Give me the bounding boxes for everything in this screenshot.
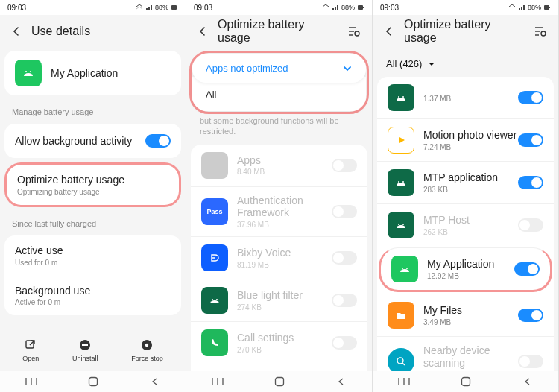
optimize-toggle[interactable] — [514, 262, 540, 276]
bottom-bar: Open Uninstall Force stop — [0, 331, 186, 370]
svg-rect-18 — [337, 5, 338, 10]
nav-bar — [0, 371, 186, 392]
app-row[interactable]: PassAuthentication Framework37.96 MB — [191, 186, 367, 237]
svg-rect-9 — [82, 344, 88, 346]
svg-point-44 — [398, 96, 399, 98]
app-row[interactable]: Motion photo viewer7.24 MB — [377, 118, 554, 161]
status-bar: 09:03 88% — [186, 0, 372, 15]
optimize-toggle[interactable] — [332, 159, 357, 172]
app-row[interactable]: My Files3.49 MB — [377, 294, 554, 336]
nav-back[interactable] — [521, 376, 534, 387]
app-row[interactable]: 1.37 MB — [377, 77, 554, 118]
svg-point-6 — [30, 71, 31, 72]
app-row[interactable]: MTP Host262 KB — [377, 203, 554, 246]
optimize-toggle[interactable] — [332, 205, 357, 218]
app-size: 283 KB — [423, 186, 518, 194]
open-button[interactable]: Open — [22, 338, 39, 362]
app-name: MTP Host — [423, 214, 518, 227]
uninstall-button[interactable]: Uninstall — [72, 338, 98, 362]
svg-point-50 — [402, 224, 404, 225]
optimize-toggle[interactable] — [332, 294, 357, 307]
svg-rect-1 — [148, 7, 150, 10]
app-icon: Pass — [201, 198, 228, 225]
svg-rect-0 — [146, 8, 148, 10]
status-bar: 09:03 88% — [0, 0, 186, 15]
svg-rect-34 — [275, 378, 283, 386]
svg-rect-15 — [89, 378, 97, 386]
my-application-row[interactable]: My Application12.92 MB — [379, 247, 552, 292]
optimize-toggle[interactable] — [518, 309, 543, 322]
back-button[interactable] — [10, 25, 22, 37]
active-use-row[interactable]: Active use Used for 0 m — [4, 235, 181, 276]
app-size: 8.40 MB — [237, 168, 332, 176]
optimize-row[interactable]: Optimize battery usage Optimizing batter… — [7, 165, 179, 205]
app-size: 12.92 MB — [427, 272, 514, 280]
app-list[interactable]: Apps8.40 MBPassAuthentication Framework3… — [191, 145, 367, 392]
nav-home[interactable] — [459, 376, 473, 387]
allow-bg-row[interactable]: Allow background activity — [4, 124, 181, 158]
svg-point-52 — [406, 268, 408, 269]
title-bar: Optimize battery usage — [186, 15, 372, 48]
force-stop-button[interactable]: Force stop — [131, 338, 163, 362]
nav-home[interactable] — [86, 376, 100, 387]
page-title: Optimize battery usage — [404, 18, 524, 45]
back-button[interactable] — [383, 25, 395, 37]
optimize-toggle[interactable] — [518, 218, 543, 232]
app-row[interactable]: MTP application283 KB — [377, 161, 554, 203]
title-bar: Optimize battery usage — [373, 15, 558, 48]
app-name: Blue light filter — [237, 289, 332, 302]
section-since: Since last fully charged — [0, 210, 186, 233]
filter-icon[interactable] — [533, 24, 548, 39]
app-name: MTP application — [423, 171, 518, 184]
optimize-toggle[interactable] — [518, 133, 543, 147]
optimize-toggle[interactable] — [332, 251, 357, 265]
app-icon — [201, 287, 228, 314]
svg-rect-36 — [521, 7, 522, 10]
chevron-down-icon — [342, 63, 353, 74]
app-icon — [388, 169, 414, 196]
app-row[interactable]: Apps8.40 MB — [191, 145, 367, 186]
svg-point-48 — [402, 181, 404, 183]
nav-recent[interactable] — [25, 376, 38, 387]
section-manage: Manage battery usage — [0, 98, 186, 121]
optimize-toggle[interactable] — [518, 91, 543, 104]
filter-icon[interactable] — [347, 24, 361, 39]
app-row[interactable]: Bixby Voice81.19 MB — [191, 236, 367, 279]
nav-recent[interactable] — [397, 376, 411, 387]
nav-back[interactable] — [335, 376, 348, 387]
app-list[interactable]: 1.37 MBMotion photo viewer7.24 MBMTP app… — [377, 77, 554, 392]
phone-3: 09:03 88% Optimize battery usage All (42… — [373, 0, 559, 392]
svg-marker-46 — [399, 137, 405, 143]
optimize-toggle[interactable] — [518, 355, 543, 368]
battery-pct: 88% — [341, 4, 355, 11]
app-size: 270 KB — [237, 346, 332, 354]
bg-use-row[interactable]: Background use Active for 0 m — [4, 276, 181, 316]
page-title: Use details — [31, 25, 175, 38]
optimize-toggle[interactable] — [518, 176, 543, 189]
status-icons: 88% — [508, 4, 551, 11]
clock: 09:03 — [7, 4, 26, 12]
status-icons: 88% — [322, 4, 364, 11]
filter-dropdown[interactable]: Apps not optimized All — [192, 54, 366, 111]
app-size: 3.49 MB — [423, 318, 518, 326]
optimize-row-highlight: Optimize battery usage Optimizing batter… — [4, 162, 181, 207]
phone-2: 09:03 88% Optimize battery usage Apps no… — [186, 0, 373, 392]
app-size: 274 KB — [237, 303, 332, 312]
filter-all-dropdown[interactable]: All (426) — [373, 48, 558, 74]
back-button[interactable] — [197, 25, 209, 37]
allow-bg-toggle[interactable] — [145, 134, 171, 148]
app-row[interactable]: Call settings270 KB — [191, 321, 367, 364]
svg-rect-16 — [332, 8, 334, 10]
svg-point-47 — [398, 181, 399, 183]
app-icon — [388, 302, 414, 329]
app-name: Apps — [237, 154, 332, 167]
svg-rect-2 — [151, 5, 152, 10]
nav-home[interactable] — [273, 376, 286, 387]
nav-recent[interactable] — [211, 376, 224, 387]
optimize-toggle[interactable] — [332, 336, 357, 350]
app-size: 7.24 MB — [423, 143, 518, 151]
nav-bar — [373, 371, 558, 392]
app-row[interactable]: Blue light filter274 KB — [191, 279, 367, 321]
nav-back[interactable] — [148, 376, 162, 387]
phone-1: 09:03 88% Use details My Application Man… — [0, 0, 186, 392]
